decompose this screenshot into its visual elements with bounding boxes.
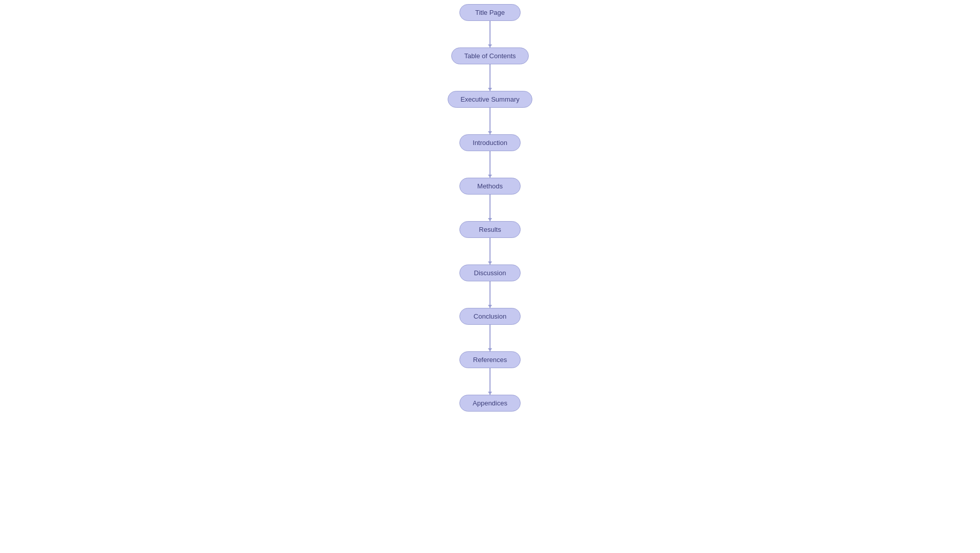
node-references[interactable]: References — [459, 351, 521, 368]
connector-6 — [489, 281, 491, 308]
connector-4 — [489, 195, 491, 221]
node-discussion[interactable]: Discussion — [459, 265, 521, 281]
connector-3 — [489, 151, 491, 178]
connector-5 — [489, 238, 491, 265]
canvas: Title PageTable of ContentsExecutive Sum… — [0, 0, 980, 553]
connector-1 — [489, 64, 491, 91]
flowchart: Title PageTable of ContentsExecutive Sum… — [448, 4, 532, 412]
node-executive-summary[interactable]: Executive Summary — [448, 91, 532, 108]
node-introduction[interactable]: Introduction — [459, 134, 521, 151]
connector-2 — [489, 108, 491, 134]
connector-8 — [489, 368, 491, 395]
node-conclusion[interactable]: Conclusion — [459, 308, 521, 325]
connector-0 — [489, 21, 491, 47]
node-results[interactable]: Results — [459, 221, 521, 238]
node-title-page[interactable]: Title Page — [459, 4, 521, 21]
node-table-of-contents[interactable]: Table of Contents — [451, 47, 528, 64]
node-appendices[interactable]: Appendices — [459, 395, 521, 412]
connector-7 — [489, 325, 491, 351]
node-methods[interactable]: Methods — [459, 178, 521, 195]
